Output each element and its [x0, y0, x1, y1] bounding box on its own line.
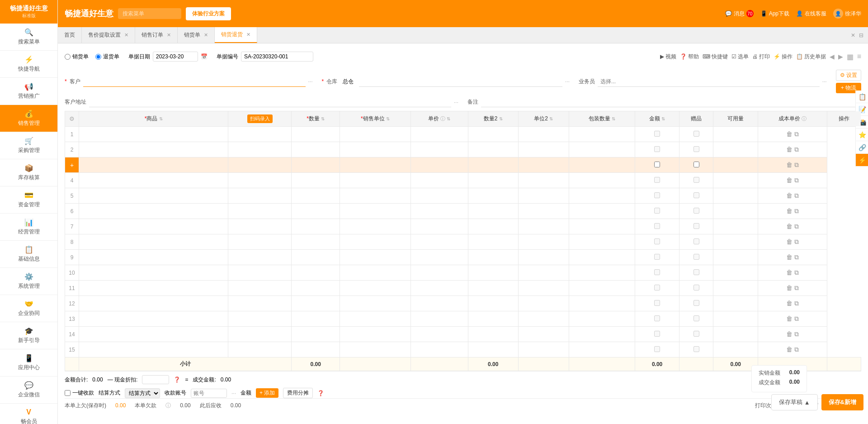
delete-row-button[interactable]: 🗑: [785, 329, 793, 338]
sidebar-item-purchase[interactable]: 🛒 采购管理: [0, 132, 57, 159]
unit2-cell[interactable]: [468, 142, 519, 157]
unit2-cell[interactable]: [468, 219, 519, 234]
product-cell[interactable]: [79, 127, 228, 142]
pkg-qty-cell[interactable]: [519, 204, 569, 219]
quantity-cell[interactable]: [228, 173, 292, 188]
available-checkbox[interactable]: [693, 146, 699, 152]
staff-more-icon[interactable]: ···: [822, 78, 827, 85]
qty2-cell[interactable]: [410, 281, 468, 296]
copy-row-button[interactable]: ⧉: [793, 314, 800, 324]
gift-checkbox[interactable]: [654, 177, 660, 183]
customer-more-icon[interactable]: ···: [308, 78, 313, 85]
gift-checkbox[interactable]: [654, 315, 660, 321]
staff-input[interactable]: [598, 76, 820, 87]
warehouse-input[interactable]: [359, 76, 562, 87]
quantity-cell[interactable]: [228, 296, 292, 311]
amount-cell[interactable]: [569, 265, 635, 281]
price-cell[interactable]: [340, 327, 410, 342]
tab-price-settings[interactable]: 售价提取设置 ✕: [82, 27, 135, 43]
gift-checkbox[interactable]: [654, 162, 660, 167]
product-cell[interactable]: [79, 157, 228, 173]
amount-cell[interactable]: [569, 327, 635, 342]
gift-checkbox[interactable]: [654, 238, 660, 244]
radio-return-input[interactable]: [95, 54, 101, 60]
payment-checkbox[interactable]: [65, 390, 71, 396]
quantity-cell[interactable]: [228, 234, 292, 250]
available-checkbox[interactable]: [693, 177, 699, 183]
sidebar-item-appstore[interactable]: 📱 应用中心: [0, 349, 57, 376]
copy-row-button[interactable]: ⧉: [793, 160, 800, 170]
copy-row-button[interactable]: ⧉: [793, 268, 800, 277]
delete-row-button[interactable]: 🗑: [785, 191, 793, 200]
delete-row-button[interactable]: 🗑: [785, 129, 793, 138]
product-cell[interactable]: [79, 188, 228, 204]
list-view-icon[interactable]: ≡: [857, 52, 861, 61]
delete-row-button[interactable]: 🗑: [785, 206, 793, 215]
amount-cell[interactable]: [569, 127, 635, 142]
topbar-search-input[interactable]: [118, 8, 181, 19]
quantity-cell[interactable]: [228, 281, 292, 296]
available-checkbox[interactable]: [693, 162, 699, 167]
pkg-qty-cell[interactable]: [519, 142, 569, 157]
quantity-cell[interactable]: [228, 250, 292, 265]
product-cell[interactable]: [79, 173, 228, 188]
online-service-button[interactable]: 👤 在线客服: [796, 10, 826, 18]
pkg-qty-cell[interactable]: [519, 234, 569, 250]
unit2-cell[interactable]: [468, 157, 519, 173]
qty2-cell[interactable]: [410, 296, 468, 311]
save-new-button[interactable]: 保存&新增: [821, 394, 863, 410]
copy-row-button[interactable]: ⧉: [793, 145, 800, 154]
gift-checkbox[interactable]: [654, 223, 660, 229]
unit-cell[interactable]: [292, 157, 340, 173]
qty2-cell[interactable]: [410, 173, 468, 188]
sidebar-item-newbie[interactable]: 🎓 新手引导: [0, 322, 57, 349]
radio-sales-input[interactable]: [65, 54, 71, 60]
user-profile[interactable]: 👤 徐泽华: [833, 9, 861, 19]
available-checkbox[interactable]: [693, 346, 699, 352]
unit-cell[interactable]: [292, 188, 340, 204]
tab-sales-delivery[interactable]: 销货单 ✕: [178, 27, 215, 43]
payment-checkbox-label[interactable]: 一键收款: [65, 389, 94, 397]
price-cell[interactable]: [340, 342, 410, 357]
unit-cell[interactable]: [292, 311, 340, 327]
product-cell[interactable]: [79, 281, 228, 296]
scan-button[interactable]: 扫码录入: [247, 114, 273, 123]
price-cell[interactable]: [340, 142, 410, 157]
copy-row-button[interactable]: ⧉: [793, 237, 800, 247]
qty2-cell[interactable]: [410, 342, 468, 357]
price-cell[interactable]: [340, 204, 410, 219]
tab-layout-icon[interactable]: ⊟: [859, 32, 863, 38]
unit-cell[interactable]: [292, 250, 340, 265]
unit2-cell[interactable]: [468, 342, 519, 357]
add-row-icon[interactable]: +: [68, 161, 76, 169]
amount-cell[interactable]: [569, 234, 635, 250]
copy-row-button[interactable]: ⧉: [793, 345, 800, 354]
customer-input[interactable]: [83, 76, 306, 87]
gift-checkbox[interactable]: [654, 131, 660, 137]
fee-help-icon[interactable]: ❓: [317, 390, 324, 396]
gift-checkbox[interactable]: [654, 331, 660, 337]
sidebar-item-system[interactable]: ⚙️ 系统管理: [0, 268, 57, 295]
address-input[interactable]: [89, 97, 451, 107]
price-cell[interactable]: [340, 311, 410, 327]
copy-row-button[interactable]: ⧉: [793, 299, 800, 308]
product-cell[interactable]: [79, 142, 228, 157]
qty2-cell[interactable]: [410, 327, 468, 342]
sidebar-item-basic[interactable]: 📋 基础信息: [0, 241, 57, 268]
fee-split-button[interactable]: 费用分摊: [283, 388, 313, 398]
select-button[interactable]: ☑ 选单: [731, 53, 749, 61]
qty2-cell[interactable]: [410, 311, 468, 327]
gift-checkbox[interactable]: [654, 269, 660, 275]
sidebar-item-search[interactable]: 🔍 搜索菜单: [0, 24, 57, 51]
amount-cell[interactable]: [569, 157, 635, 173]
unit-cell[interactable]: [292, 219, 340, 234]
amount-cell[interactable]: [569, 311, 635, 327]
sidebar-item-enterprise[interactable]: 🤝 企业协同: [0, 295, 57, 322]
unit2-cell[interactable]: [468, 250, 519, 265]
price-cell[interactable]: [340, 250, 410, 265]
delete-row-button[interactable]: 🗑: [785, 345, 793, 354]
qty2-cell[interactable]: [410, 127, 468, 142]
unit-cell[interactable]: [292, 296, 340, 311]
message-button[interactable]: 💬 消息 70: [725, 10, 754, 18]
help-discount-icon[interactable]: ❓: [174, 376, 180, 383]
